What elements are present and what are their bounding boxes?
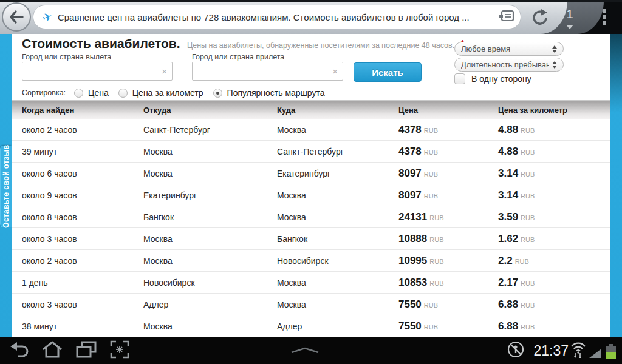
from-field-label: Город или страна вылета — [22, 53, 111, 61]
cell-to: Адлер — [277, 322, 398, 331]
cell-price: 24131RUB — [398, 211, 498, 223]
browser-toolbar: ✈ Сравнение цен на авиабилеты по 728 ави… — [0, 0, 622, 34]
cell-to: Москва — [277, 212, 398, 222]
cell-price-per-km: 3.14RUB — [498, 167, 610, 180]
table-row[interactable]: 39 минут Москва Санкт-Петербург 4378RUB … — [12, 141, 610, 163]
nav-recents-button[interactable] — [75, 340, 97, 361]
cell-found: 38 минут — [12, 322, 143, 331]
cell-price: 4378RUB — [398, 124, 498, 136]
cell-to: Екатеринбург — [277, 169, 398, 178]
top-edge-strip — [0, 0, 622, 2]
corner-shade — [610, 34, 622, 113]
nav-back-button[interactable] — [10, 341, 30, 360]
to-clear-icon[interactable]: × — [332, 66, 338, 77]
clock: 21:37 — [533, 343, 569, 359]
sort-option-label: Цена за километр — [132, 88, 203, 98]
cell-price-per-km: 3.59RUB — [498, 211, 610, 223]
sort-label: Сортировка: — [22, 89, 66, 97]
to-field-wrap: × — [192, 62, 343, 81]
cell-from: Адлер — [143, 300, 277, 309]
from-clear-icon[interactable]: × — [162, 66, 167, 77]
cell-price-per-km: 6.88RUB — [498, 298, 610, 311]
time-filter-select[interactable]: Любое время — [454, 42, 564, 56]
cell-price: 7550RUB — [398, 298, 498, 311]
content-panel: Стоимость авиабилетов. Цены на авиабилет… — [12, 34, 610, 337]
duration-filter-value: Длительность пребыван... — [461, 60, 549, 69]
table-row[interactable]: около 2 часов Санкт-Петербург Москва 437… — [12, 119, 610, 141]
select-spinner-icon — [552, 61, 557, 69]
cell-price-per-km: 2.2RUB — [498, 255, 610, 267]
nav-screenshot-button[interactable] — [109, 340, 130, 362]
table-row[interactable]: около 6 часов Москва Екатеринбург 8097RU… — [12, 163, 610, 184]
reader-mode-icon[interactable] — [498, 10, 514, 25]
select-spinner-icon — [552, 46, 557, 53]
cell-found: около 9 часов — [12, 190, 143, 200]
cell-price: 4378RUB — [398, 146, 498, 158]
cell-to: Новосибирск — [277, 256, 398, 266]
cell-from: Москва — [143, 322, 277, 331]
from-field-wrap: × — [22, 62, 173, 81]
cell-price: 10888RUB — [398, 233, 498, 245]
tab-caret-icon[interactable] — [566, 25, 573, 29]
table-row[interactable]: около 3 часов Адлер Москва 7550RUB 6.88R… — [12, 294, 610, 315]
nav-expand-chevron-icon[interactable] — [290, 345, 320, 356]
from-field[interactable] — [22, 62, 172, 80]
cell-price-per-km: 2.17RUB — [498, 277, 610, 289]
wifi-icon — [570, 341, 587, 360]
cell-to: Санкт-Петербург — [277, 147, 398, 157]
one-way-checkbox[interactable] — [454, 73, 465, 84]
cell-found: около 2 часов — [12, 125, 143, 135]
to-field-label: Город или страна прилета — [192, 53, 284, 61]
sort-radio-price[interactable] — [74, 89, 83, 98]
table-row[interactable]: около 9 часов Екатеринбург Москва 8097RU… — [12, 184, 610, 206]
sort-option-label: Популярность маршрута — [227, 88, 325, 98]
url-bar[interactable]: ✈ Сравнение цен на авиабилеты по 728 ави… — [33, 5, 521, 29]
table-row[interactable]: около 3 часов Москва Бангкок 10888RUB 1.… — [12, 228, 610, 250]
search-form: Стоимость авиабилетов. Цены на авиабилет… — [12, 34, 610, 101]
cell-to: Москва — [277, 125, 398, 135]
web-page: Оставьте свой отзыв Стоимость авиабилето… — [0, 34, 622, 337]
cell-from: Москва — [143, 256, 277, 266]
cell-price-per-km: 3.14RUB — [498, 189, 610, 201]
refresh-button[interactable] — [530, 8, 549, 30]
to-field[interactable] — [193, 62, 343, 80]
sort-option-label: Цена — [88, 88, 109, 98]
airplane-favicon-icon: ✈ — [41, 8, 55, 25]
duration-filter-select[interactable]: Длительность пребыван... — [454, 58, 564, 72]
cell-from: Екатеринбург — [143, 190, 277, 200]
cell-price-per-km: 4.88RUB — [498, 146, 610, 158]
cell-from: Новосибирск — [143, 278, 277, 288]
table-row[interactable]: 1 день Новосибирск Москва 10853RUB 2.17R… — [12, 272, 610, 294]
page-title-in-urlbar: Сравнение цен на авиабилеты по 728 авиак… — [58, 12, 493, 22]
browser-back-button[interactable] — [2, 2, 31, 32]
col-header-to: Куда — [277, 106, 398, 115]
table-row[interactable]: 38 минут Москва Адлер 7550RUB 6.88RUB — [12, 315, 610, 337]
page-heading: Стоимость авиабилетов. — [22, 36, 180, 50]
cell-from: Санкт-Петербург — [143, 125, 277, 135]
cell-to: Москва — [277, 278, 398, 288]
time-filter-value: Любое время — [461, 44, 549, 53]
col-header-price: Цена — [398, 106, 498, 115]
cell-price: 7550RUB — [398, 320, 498, 332]
tab-count[interactable]: 1 — [561, 7, 578, 21]
table-row[interactable]: около 2 часов Москва Новосибирск 10995RU… — [12, 250, 610, 272]
sort-radio-popularity[interactable] — [213, 89, 222, 98]
cell-price: 10995RUB — [398, 255, 498, 267]
cell-to: Москва — [277, 300, 398, 309]
table-row[interactable]: около 8 часов Бангкок Москва 24131RUB 3.… — [12, 206, 610, 228]
android-nav-bar: 21:37 — [0, 337, 622, 364]
nav-home-button[interactable] — [41, 340, 63, 361]
feedback-tab[interactable]: Оставьте свой отзыв — [0, 146, 12, 228]
cell-found: около 8 часов — [12, 212, 143, 222]
overflow-menu-button[interactable] — [603, 9, 606, 25]
col-header-found: Когда найден — [12, 106, 143, 115]
cell-price: 8097RUB — [398, 189, 498, 201]
cell-found: около 3 часов — [12, 300, 143, 309]
cell-found: 1 день — [12, 278, 143, 288]
sort-radio-price-per-km[interactable] — [118, 89, 128, 98]
cell-price: 10853RUB — [398, 277, 498, 289]
search-button[interactable]: Искать — [354, 62, 422, 82]
cell-from: Москва — [143, 147, 277, 157]
cell-price: 8097RUB — [398, 167, 498, 180]
col-header-from: Откуда — [143, 106, 277, 115]
